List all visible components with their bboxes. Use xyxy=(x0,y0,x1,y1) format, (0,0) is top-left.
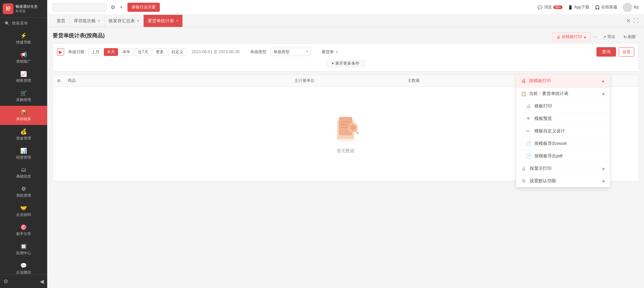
print-dropdown-menu: 🖨 按模板打印 ▲ 📋 当前：要货单统计表 ▶ 🖨 模板打印 👁 xyxy=(516,74,610,187)
topbar-dropdown-icon[interactable]: ▼ xyxy=(119,5,123,10)
service-icon: 🎧 xyxy=(595,5,600,10)
refresh-icon: ↻ xyxy=(623,35,627,39)
template-print-icon: 🖨 xyxy=(526,103,531,109)
sidebar-item-purchase[interactable]: 🛒 采购管理 xyxy=(0,87,47,106)
printer-icon: 🖨 xyxy=(521,78,526,84)
tab-home[interactable]: 首页 xyxy=(53,15,70,27)
sidebar-item-label: 基础信息 xyxy=(16,174,31,179)
dropdown-display-print[interactable]: 🖨 按显示打印 ▶ xyxy=(516,162,610,175)
app-name: 畅捷通好生意 xyxy=(16,4,38,9)
print-button[interactable]: 🖨 按模板打印 ▲ xyxy=(553,32,590,41)
sidebar-item-apps[interactable]: 🔲 应用中心 xyxy=(0,240,47,259)
tab-collection-summary-close[interactable]: × xyxy=(137,19,139,23)
sidebar-item-sales[interactable]: 📈 销售管理 xyxy=(0,67,47,87)
messages-button[interactable]: 💬 消息 99+ xyxy=(537,4,562,10)
dropdown-collapse-icon[interactable]: ▲ xyxy=(601,78,605,83)
dropdown-header[interactable]: 🖨 按模板打印 ▲ xyxy=(516,74,610,88)
date-btn-last-month[interactable]: 上月 xyxy=(88,48,103,56)
tab-order-stats[interactable]: 要货单统计表 × xyxy=(144,15,183,27)
settings-button[interactable]: 设置 xyxy=(619,47,634,57)
sidebar-item-label: 新手引导 xyxy=(16,231,31,236)
display-print-label: 按显示打印 xyxy=(530,165,552,171)
sidebar-logo: 好 畅捷通好生意 标准版 xyxy=(0,0,47,18)
refresh-button[interactable]: ↻ 刷新 xyxy=(621,33,639,41)
tab-order-stats-label: 要货单统计表 xyxy=(148,18,174,24)
tab-inventory-batch[interactable]: 库存批次账 × xyxy=(70,15,105,27)
sidebar-item-quick-nav[interactable]: ⚡ 快捷导航 xyxy=(0,29,47,48)
topbar-settings-icon[interactable]: ⚙ xyxy=(111,4,115,10)
expand-more-button[interactable]: ▾ 展开更多条件 xyxy=(325,59,366,68)
expand-more-row: ▾ 展开更多条件 xyxy=(57,59,634,68)
export-button[interactable]: ↗ 导出 xyxy=(600,33,618,41)
filter-expand-icon[interactable]: ▶ xyxy=(57,48,64,56)
topbar-search-input[interactable] xyxy=(53,3,107,11)
default-setting-label: 设置默认功能 xyxy=(530,178,556,184)
export-icon: ↗ xyxy=(603,35,606,39)
window-expand-icon[interactable]: ⛶ xyxy=(633,18,639,24)
date-range-text: 2023-06-01 至 2023-06-30 xyxy=(192,49,239,55)
current-template-arrow: ▶ xyxy=(603,92,605,96)
collab-icon: 🤝 xyxy=(20,205,27,211)
query-button[interactable]: 查询 xyxy=(596,47,616,57)
dropdown-template-design[interactable]: ✏ 模板自定义设计 xyxy=(516,125,610,137)
dropdown-template-preview[interactable]: 👁 模板预览 xyxy=(516,113,610,125)
template-design-label: 模板自定义设计 xyxy=(534,128,565,134)
sidebar-item-system[interactable]: ⚙ 系统管理 xyxy=(0,182,47,201)
user-avatar[interactable]: Rit xyxy=(623,3,639,12)
sidebar-item-label: 库存核算 xyxy=(16,117,31,122)
page-title: 要货单统计表(按商品) xyxy=(53,32,639,39)
date-btn-this-month[interactable]: 本月 xyxy=(104,48,118,56)
dropdown-template-excel[interactable]: 📄 按模板导出excel xyxy=(516,137,610,150)
dropdown-template-print[interactable]: 🖨 模板打印 xyxy=(516,100,610,113)
tab-collection-summary[interactable]: 收发存汇总表 × xyxy=(105,15,144,27)
app-download-button[interactable]: 📱 App下载 xyxy=(568,4,589,10)
dropdown-template-pdf[interactable]: 📄 按模板导出pdf xyxy=(516,150,610,162)
sidebar-settings-icon[interactable]: ⚙ xyxy=(3,278,8,285)
messages-badge: 99+ xyxy=(553,5,562,9)
current-template-label: 当前：要货单统计表 xyxy=(529,91,568,97)
expand-more-label: 展开更多条件 xyxy=(335,61,359,66)
trial-button[interactable]: 体验行业方案 xyxy=(127,3,160,12)
marketing-icon: 📢 xyxy=(20,52,27,58)
template-excel-icon: 📄 xyxy=(526,141,531,146)
username-label: Rit xyxy=(634,5,639,10)
sidebar-item-guide[interactable]: 🎯 新手引导 xyxy=(0,221,47,240)
sidebar-collapse-icon[interactable]: ◀ xyxy=(40,278,44,285)
date-btn-custom[interactable]: 自定义 xyxy=(168,48,186,56)
date-btn-more[interactable]: 更多 xyxy=(153,48,167,56)
toolbar-more-icon[interactable]: ··· xyxy=(593,34,597,40)
search-menu[interactable]: 🔍 搜索菜单 xyxy=(0,18,47,29)
sidebar-item-label: 企业微信 xyxy=(16,270,31,275)
template-excel-label: 按模板导出excel xyxy=(534,140,566,147)
tab-home-label: 首页 xyxy=(57,18,65,24)
yao-huo-arrow[interactable]: ▼ xyxy=(335,50,339,54)
app-version: 标准版 xyxy=(16,9,38,13)
tab-inventory-batch-close[interactable]: × xyxy=(98,19,100,23)
dropdown-default-setting[interactable]: ⚙ 设置默认功能 ▶ xyxy=(516,175,610,187)
date-label: 单据日期 xyxy=(68,49,84,55)
sidebar-item-collab[interactable]: 🤝 企业协同 xyxy=(0,201,47,221)
sidebar: 好 畅捷通好生意 标准版 🔍 搜索菜单 ⚡ 快捷导航 📢 营销推广 📈 销售管理… xyxy=(0,0,47,288)
sidebar-item-basic[interactable]: 🗂 基础信息 xyxy=(0,163,47,182)
sidebar-item-inventory[interactable]: 📦 库存核算 xyxy=(0,106,47,125)
print-arrow: ▲ xyxy=(583,35,587,39)
default-setting-arrow: ▶ xyxy=(603,179,605,183)
date-shortcuts: 上月 本月 本年 近7天 更多 自定义 xyxy=(88,48,186,56)
tab-order-stats-close[interactable]: × xyxy=(176,19,178,23)
sidebar-item-operation[interactable]: 📊 经营管理 xyxy=(0,144,47,163)
date-btn-this-year[interactable]: 本年 xyxy=(119,48,134,56)
sidebar-item-label: 经营管理 xyxy=(16,155,31,160)
order-type-select[interactable]: 单据类型 xyxy=(270,48,311,56)
sidebar-item-wechat[interactable]: 💬 企业微信 xyxy=(0,259,47,275)
guide-icon: 🎯 xyxy=(20,224,27,230)
dropdown-current-template[interactable]: 📋 当前：要货单统计表 ▶ xyxy=(516,88,610,100)
date-btn-7days[interactable]: 近7天 xyxy=(135,48,151,56)
sidebar-item-marketing[interactable]: 📢 营销推广 xyxy=(0,48,47,67)
col-settings[interactable]: ⚙ xyxy=(57,78,68,83)
window-close-icon[interactable]: ✕ xyxy=(626,18,631,24)
basic-icon: 🗂 xyxy=(21,167,26,173)
sidebar-item-label: 快捷导航 xyxy=(16,40,31,45)
sidebar-item-finance[interactable]: 💰 资金管理 xyxy=(0,125,47,144)
empty-icon xyxy=(329,114,362,144)
online-service-button[interactable]: 🎧 在线客服 xyxy=(595,4,617,10)
